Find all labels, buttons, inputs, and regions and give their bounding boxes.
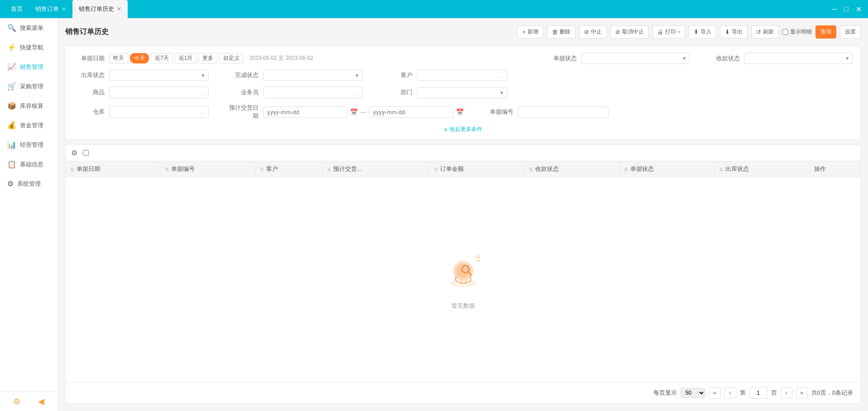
order-status-chevron	[681, 55, 686, 62]
salesman-input-container[interactable]: ...	[263, 87, 363, 98]
finance-icon: 💰	[7, 121, 16, 130]
sidebar-bottom: ⚙ ◀	[0, 392, 58, 411]
stop-button[interactable]: ⊘ 中止	[579, 25, 607, 39]
order-status-sort-icon[interactable]	[624, 166, 629, 173]
collapse-row[interactable]: ∧ 收起更多条件	[73, 126, 853, 133]
sidebar-collapse-icon[interactable]: ◀	[38, 396, 44, 406]
settings-button[interactable]: 设置	[840, 25, 861, 39]
page-title: 销售订单历史	[65, 27, 109, 37]
warehouse-dots-icon[interactable]: ...	[199, 108, 205, 116]
sidebar-item-sales-label: 销售管理	[20, 63, 43, 71]
export-label: 导出	[732, 28, 743, 36]
refresh-button[interactable]: ↺ 刷新	[751, 25, 779, 39]
department-select[interactable]	[417, 87, 508, 98]
tab-home[interactable]: 首页	[5, 0, 29, 18]
sidebar-settings-icon[interactable]: ⚙	[13, 396, 20, 406]
first-page-button[interactable]: «	[709, 387, 721, 399]
date-btn-1month[interactable]: 近1月	[175, 53, 197, 63]
delete-icon: 🗑	[552, 29, 558, 35]
delivery-date-end[interactable]	[369, 106, 453, 118]
empty-text: 暂无数据	[451, 302, 475, 310]
sidebar-item-finance[interactable]: 💰 资金管理	[0, 116, 58, 135]
tab-sales-history[interactable]: 销售订单历史 ✕	[72, 0, 128, 18]
sidebar-item-operation-label: 经营管理	[20, 141, 43, 149]
query-button[interactable]: 查询	[815, 25, 836, 39]
delivery-date-start[interactable]	[263, 106, 347, 118]
next-page-button[interactable]: ›	[781, 387, 792, 399]
col-payment-status-label: 收款状态	[535, 165, 559, 173]
delete-button[interactable]: 🗑 删除	[547, 25, 575, 39]
tab-sales-history-close[interactable]: ✕	[117, 6, 121, 12]
import-button[interactable]: ⬆ 导入	[689, 25, 716, 39]
add-icon: +	[522, 29, 526, 35]
amount-sort-icon[interactable]	[434, 166, 439, 173]
sidebar-item-operation[interactable]: 📊 经营管理	[0, 135, 58, 155]
complete-status-select[interactable]	[263, 70, 363, 81]
complete-status-chevron	[354, 72, 359, 79]
print-button[interactable]: 🖨 打印 ▾	[652, 25, 685, 39]
sidebar-item-base[interactable]: 📋 基础信息	[0, 155, 58, 174]
sidebar-item-purchase[interactable]: 🛒 采购管理	[0, 77, 58, 96]
delivery-date-start-calendar-icon[interactable]: 📅	[350, 108, 358, 116]
customer-dots-icon[interactable]: ...	[498, 72, 504, 79]
delivery-date-end-calendar-icon[interactable]: 📅	[456, 108, 464, 116]
show-detail-checkbox[interactable]: 显示明细	[782, 28, 812, 36]
customer-sort-icon[interactable]	[260, 166, 265, 173]
operation-icon: 📊	[7, 140, 16, 149]
show-detail-input[interactable]	[782, 29, 788, 35]
table-settings-icon[interactable]: ⚙	[71, 149, 77, 157]
settings-label: 设置	[845, 28, 856, 36]
date-btn-today[interactable]: 今天	[130, 53, 149, 63]
minimize-icon[interactable]: ─	[830, 4, 839, 14]
customer-input-container[interactable]: ...	[417, 69, 508, 81]
export-button[interactable]: ⬇ 导出	[720, 25, 748, 39]
cancel-stop-button[interactable]: ⊘ 取消中止	[610, 25, 649, 39]
date-btn-custom[interactable]: 自定义	[219, 53, 244, 63]
sidebar-item-sales[interactable]: 📈 销售管理	[0, 57, 58, 77]
filter-row-3: 商品 ... 业务员 ... 部门	[73, 87, 853, 98]
payment-sort-icon[interactable]	[529, 166, 534, 173]
warehouse-input-container[interactable]: ...	[109, 106, 209, 118]
sidebar-item-inventory[interactable]: 📦 库存核算	[0, 96, 58, 116]
sidebar-item-quicknav-label: 快捷导航	[20, 44, 43, 52]
table-container: ⚙ 单据日期	[65, 145, 861, 404]
page-label: 第	[740, 389, 746, 397]
sidebar-item-system[interactable]: ⚙ 系统管理	[0, 174, 58, 193]
per-page-select[interactable]: 50 100 200	[681, 388, 705, 398]
date-btn-7days[interactable]: 近7天	[151, 53, 173, 63]
delivery-sort-icon[interactable]	[327, 166, 332, 173]
window-close-icon[interactable]: ✕	[854, 4, 863, 15]
select-all-checkbox[interactable]	[83, 150, 89, 156]
salesman-dots-icon[interactable]: ...	[353, 89, 359, 96]
col-delivery: 预计交货...	[322, 161, 429, 177]
order-number-input[interactable]	[518, 106, 609, 118]
goods-dots-icon[interactable]: ...	[199, 89, 205, 96]
tab-sales-order[interactable]: 销售订单 ✕	[29, 0, 72, 18]
cancel-stop-icon: ⊘	[615, 29, 620, 35]
tab-sales-order-close[interactable]: ✕	[62, 6, 66, 12]
add-button[interactable]: + 新增	[517, 25, 543, 39]
maximize-icon[interactable]: □	[842, 4, 850, 14]
payment-status-select[interactable]	[744, 53, 853, 64]
col-order-status: 单据状态	[619, 161, 715, 177]
order-status-select[interactable]	[581, 53, 690, 64]
page-number-input[interactable]	[749, 387, 767, 399]
last-page-button[interactable]: »	[796, 387, 808, 399]
number-sort-icon[interactable]	[165, 166, 170, 173]
outbound-sort-icon[interactable]	[719, 166, 724, 173]
print-label: 打印	[665, 28, 676, 36]
table-header-row: 单据日期 单据编号 客户	[66, 161, 860, 177]
sidebar-item-quicknav[interactable]: ⚡ 快捷导航	[0, 38, 58, 57]
goods-input-container[interactable]: ...	[109, 87, 209, 98]
prev-page-button[interactable]: ‹	[724, 387, 736, 399]
date-btn-more[interactable]: 更多	[198, 53, 217, 63]
table-toolbar: ⚙	[66, 145, 860, 161]
col-date: 单据日期	[66, 161, 160, 177]
sidebar-item-search[interactable]: 🔍 搜索菜单	[0, 18, 58, 38]
date-sort-icon[interactable]	[70, 166, 75, 173]
tab-sales-order-label: 销售订单	[35, 5, 59, 13]
refresh-label: 刷新	[763, 28, 774, 36]
outbound-select[interactable]	[109, 70, 209, 81]
department-label: 部门	[381, 88, 417, 97]
date-btn-yesterday[interactable]: 昨天	[109, 53, 128, 63]
